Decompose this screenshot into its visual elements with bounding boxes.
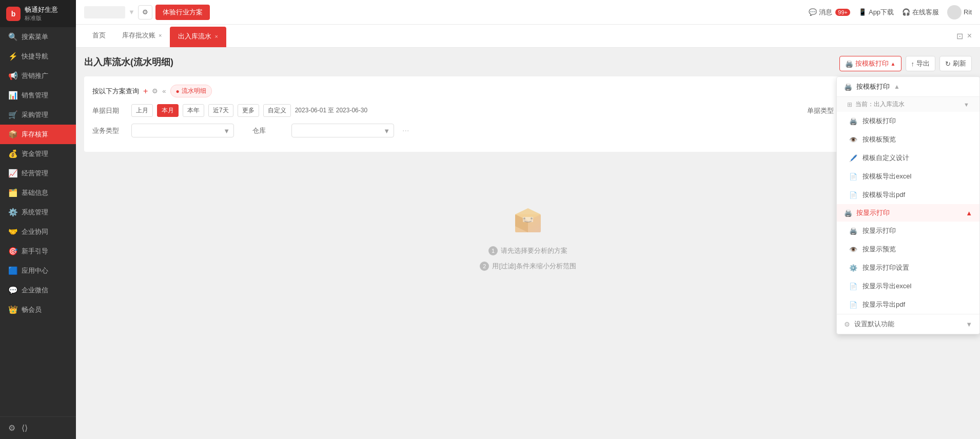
warehouse-select[interactable] (291, 124, 394, 137)
dropdown-template-pdf[interactable]: 📄 按模板导出pdf (837, 186, 979, 204)
messages-btn[interactable]: 💬 消息 99+ (809, 8, 850, 17)
sidebar-item-shortcut[interactable]: ⚡ 快捷导航 (0, 47, 76, 66)
sidebar-item-sales[interactable]: 📊 销售管理 (0, 86, 76, 105)
current-template-label: 当前：出入库流水 (855, 100, 905, 109)
sidebar-item-vip[interactable]: 👑 畅会员 (0, 300, 76, 320)
sidebar-item-purchase[interactable]: 🛒 采购管理 (0, 105, 76, 125)
sidebar-nav: 🔍 搜索菜单 ⚡ 快捷导航 📢 营销推广 📊 销售管理 🛒 采购管理 📦 库存核… (0, 27, 76, 416)
date-range-display: 2023-06-01 至 2023-06-30 (295, 106, 367, 115)
app-name: 畅通好生意 标准版 (25, 5, 58, 22)
date-btn-this-year[interactable]: 本年 (183, 104, 204, 117)
sidebar-item-base[interactable]: 🗂️ 基础信息 (0, 183, 76, 203)
biz-type-select[interactable] (131, 124, 234, 137)
sidebar-item-search[interactable]: 🔍 搜索菜单 (0, 27, 76, 47)
export-btn[interactable]: ↑ 导出 (906, 56, 936, 71)
date-btn-last-month[interactable]: 上月 (131, 104, 153, 117)
date-btn-more[interactable]: 更多 (238, 104, 259, 117)
print-dropdown-panel: 🖨️ 按模板打印 ▲ ⊞ 当前：出入库流水 ▼ 🖨️ 按模板打印 👁️ 按模板 (836, 76, 980, 334)
tabs-bar: 首页 库存批次账 × 出入库流水 × ⊡ × (76, 25, 980, 48)
warehouse-more-icon[interactable]: ··· (402, 126, 409, 135)
collapse-sidebar-icon[interactable]: ⟨⟩ (22, 423, 28, 433)
empty-state-icon (507, 199, 548, 240)
date-btn-custom[interactable]: 自定义 (263, 104, 291, 117)
search-icon: 🔍 (8, 32, 17, 42)
tab-home[interactable]: 首页 (84, 26, 114, 46)
settings-button[interactable]: ⚙ (138, 5, 152, 19)
doc-type-label: 单据类型 (807, 106, 838, 115)
printer2-icon: 🖨️ (849, 117, 857, 125)
display-print-header-icon: 🖨️ (844, 209, 852, 217)
svg-point-4 (523, 217, 525, 220)
svg-point-5 (531, 217, 533, 220)
preview-icon: 👁️ (849, 136, 857, 144)
vip-icon: 👑 (8, 305, 17, 314)
tip-num-1: 1 (488, 246, 498, 255)
dropdown-footer[interactable]: ⚙ 设置默认功能 ▼ (837, 314, 979, 334)
filter-header: 按以下方案查询 + ⚙ « ● 流水明细 (92, 85, 964, 97)
message-badge: 99+ (835, 9, 850, 16)
sidebar-item-inventory[interactable]: 📦 库存核算 (0, 125, 76, 144)
tip-num-2: 2 (480, 262, 489, 271)
sales-icon: 📊 (8, 91, 17, 100)
date-btn-7days[interactable]: 近7天 (208, 104, 233, 117)
sidebar-item-marketing[interactable]: 📢 营销推广 (0, 66, 76, 86)
design-icon: 🖊️ (849, 154, 857, 162)
dropdown-template-design[interactable]: 🖊️ 模板自定义设计 (837, 149, 979, 167)
customer-service-btn[interactable]: 🎧 在线客服 (902, 8, 939, 17)
user-avatar[interactable]: Rit (947, 5, 972, 19)
filter-collapse-btn[interactable]: « (162, 87, 166, 95)
dropdown-template-print[interactable]: 🖨️ 按模板打印 (837, 112, 979, 130)
filter-date-row: 单据日期 上月 本月 本年 近7天 更多 自定义 2023-06-01 至 20… (92, 104, 964, 117)
filter-biz-row: 业务类型 ▼ 仓库 ▼ ··· △ 收起更多条件 (92, 124, 964, 137)
display-settings-icon: ⚙️ (849, 264, 857, 272)
warehouse-label: 仓库 (252, 126, 283, 135)
tab-expand-icon[interactable]: ⊡ (956, 31, 963, 41)
sidebar-item-guide[interactable]: 🎯 新手引导 (0, 242, 76, 261)
flash-icon: ⚡ (8, 52, 17, 61)
date-label: 单据日期 (92, 106, 123, 115)
tab-batch-ledger[interactable]: 库存批次账 × (114, 26, 170, 46)
dropdown-display-settings[interactable]: ⚙️ 按显示打印设置 (837, 258, 979, 277)
dropdown-template-excel[interactable]: 📄 按模板导出excel (837, 167, 979, 186)
filter-tag[interactable]: ● 流水明细 (170, 85, 212, 97)
app-download-btn[interactable]: 📱 App下载 (858, 8, 894, 17)
tab-flow[interactable]: 出入库流水 × (170, 27, 226, 47)
dropdown-display-header[interactable]: 🖨️ 按显示打印 ▲ (837, 204, 979, 222)
coop-icon: 🤝 (8, 227, 17, 236)
add-filter-btn[interactable]: + (143, 87, 148, 96)
current-template-arrow: ▼ (964, 102, 969, 108)
sidebar-item-wechat[interactable]: 💬 企业微信 (0, 281, 76, 300)
sidebar-item-apps[interactable]: 🟦 应用中心 (0, 261, 76, 281)
dropdown-template-header: 🖨️ 按模板打印 ▲ (837, 77, 979, 97)
dropdown-display-print[interactable]: 🖨️ 按显示打印 (837, 222, 979, 240)
tab-batch-ledger-close[interactable]: × (159, 32, 162, 38)
tab-close-all-icon[interactable]: × (967, 31, 972, 41)
sidebar: b 畅通好生意 标准版 🔍 搜索菜单 ⚡ 快捷导航 📢 营销推广 📊 销售管理 … (0, 0, 76, 439)
dropdown-display-pdf[interactable]: 📄 按显示导出pdf (837, 295, 979, 314)
filter-settings-btn[interactable]: ⚙ (152, 87, 158, 95)
industry-btn[interactable]: 体验行业方案 (155, 5, 210, 20)
sidebar-item-operation[interactable]: 📈 经营管理 (0, 164, 76, 183)
system-icon: ⚙️ (8, 208, 17, 217)
display-pdf-icon: 📄 (849, 301, 857, 309)
refresh-btn[interactable]: ↻ 刷新 (939, 56, 972, 71)
tab-flow-close[interactable]: × (214, 33, 218, 39)
purchase-icon: 🛒 (8, 110, 17, 119)
tab-controls: ⊡ × (956, 31, 972, 41)
sidebar-item-coop[interactable]: 🤝 企业协同 (0, 222, 76, 242)
empty-tip-2: 2 用[过滤]条件来缩小分析范围 (480, 262, 576, 271)
finance-icon: 💰 (8, 149, 17, 158)
sidebar-item-system[interactable]: ⚙️ 系统管理 (0, 203, 76, 222)
sidebar-item-finance[interactable]: 💰 资金管理 (0, 144, 76, 164)
sidebar-footer: ⚙ ⟨⟩ (0, 416, 76, 439)
dropdown-display-excel[interactable]: 📄 按显示导出excel (837, 277, 979, 295)
refresh-icon: ↻ (945, 60, 951, 68)
settings-gear-icon[interactable]: ⚙ (8, 423, 15, 433)
date-btn-this-month[interactable]: 本月 (157, 104, 179, 117)
print-template-btn[interactable]: 🖨️ 按模板打印 ▲ (839, 56, 901, 71)
dropdown-display-preview[interactable]: 👁️ 按显示预览 (837, 240, 979, 258)
dropdown-template-preview[interactable]: 👁️ 按模板预览 (837, 130, 979, 149)
page-title: 出入库流水(流水明细) (84, 56, 972, 68)
base-icon: 🗂️ (8, 188, 17, 197)
page-content: 出入库流水(流水明细) 🖨️ 按模板打印 ▲ ↑ 导出 ↻ 刷新 (76, 48, 980, 439)
